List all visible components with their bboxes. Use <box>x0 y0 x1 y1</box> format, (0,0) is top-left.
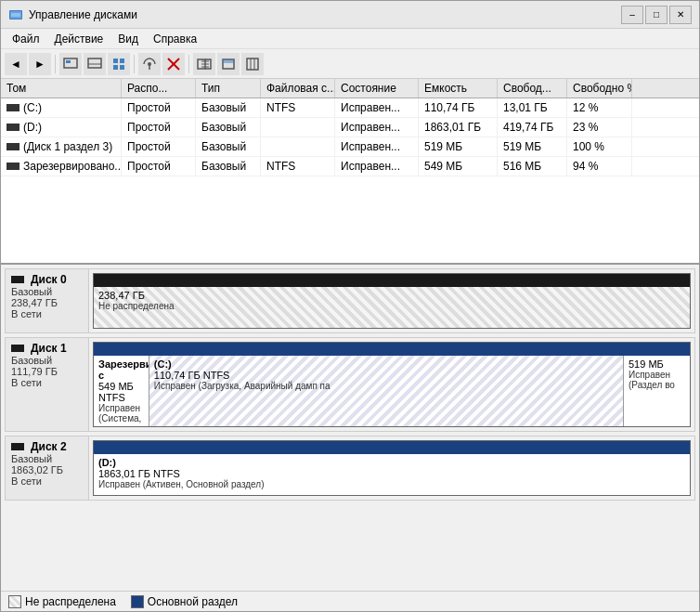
disk-label: Диск 1 Базовый 111,79 ГБ В сети <box>6 338 89 431</box>
disk-top-bar <box>94 274 690 287</box>
window-icon <box>8 7 23 22</box>
disk-top-bar <box>94 441 690 454</box>
disk-content: Зарезервировано с549 МБ NTFSИсправен (Си… <box>93 342 691 427</box>
back-button[interactable]: ◄ <box>5 53 27 75</box>
partition-size: 549 МБ NTFS <box>98 381 144 403</box>
col-header-fs[interactable]: Файловая с... <box>261 79 335 98</box>
table-row[interactable]: (D:) Простой Базовый Исправен... 1863,01… <box>1 118 699 137</box>
toolbar-btn-8[interactable] <box>193 53 215 75</box>
toolbar-btn-3[interactable] <box>59 53 82 75</box>
toolbar-btn-10[interactable] <box>241 53 264 75</box>
svg-rect-16 <box>223 59 234 63</box>
separator-1 <box>55 55 56 73</box>
partition-status: Исправен (Активен, Основной раздел) <box>98 479 685 489</box>
cell-rasp: Простой <box>122 98 196 117</box>
main-window: Управление дисками – □ ✕ Файл Действие В… <box>0 0 700 612</box>
toolbar-btn-4[interactable] <box>84 53 106 75</box>
disk-status: В сети <box>11 308 83 319</box>
disk-icon <box>6 104 19 111</box>
partition-status: Исправен (Система, <box>98 403 144 423</box>
partition[interactable]: Зарезервировано с549 МБ NTFSИсправен (Си… <box>94 356 149 426</box>
volume-table: Том Распо... Тип Файловая с... Состояние… <box>1 79 699 265</box>
menu-help[interactable]: Справка <box>146 31 204 47</box>
cell-rasp: Простой <box>122 157 196 176</box>
col-header-rasp[interactable]: Распо... <box>122 79 196 98</box>
col-header-typ[interactable]: Тип <box>196 79 261 98</box>
maximize-button[interactable]: □ <box>645 6 668 24</box>
menu-action[interactable]: Действие <box>47 31 111 47</box>
disk-name: Диск 0 <box>11 273 83 286</box>
partitions-container: (D:)1863,01 ГБ NTFSИсправен (Активен, Ос… <box>94 454 690 495</box>
disk-content: (D:)1863,01 ГБ NTFSИсправен (Активен, Ос… <box>93 440 691 496</box>
legend-bar: Не распределена Основной раздел <box>1 591 699 611</box>
toolbar-btn-5[interactable] <box>108 53 130 75</box>
disk-row: Диск 2 Базовый 1863,02 ГБ В сети (D:)186… <box>5 436 695 501</box>
disk-type: Базовый <box>11 453 83 464</box>
forward-button[interactable]: ► <box>29 53 51 75</box>
cell-free: 519 МБ <box>498 137 567 156</box>
cell-fs: NTFS <box>261 98 335 117</box>
partitions-container: 238,47 ГБНе распределена <box>94 287 690 328</box>
disk-name: Диск 1 <box>11 342 83 355</box>
toolbar-btn-9[interactable] <box>217 53 240 75</box>
cell-typ: Базовый <box>196 157 261 176</box>
menu-bar: Файл Действие Вид Справка <box>1 29 699 49</box>
cell-state: Исправен... <box>335 157 419 176</box>
disk-size: 1863,02 ГБ <box>11 464 83 475</box>
svg-rect-5 <box>88 59 101 68</box>
disk-section: Диск 0 Базовый 238,47 ГБ В сети 238,47 Г… <box>1 265 699 591</box>
partition-status: Исправен (Раздел во <box>629 370 685 390</box>
col-header-tom[interactable]: Том <box>1 79 122 98</box>
partition[interactable]: 519 МБИсправен (Раздел во <box>624 356 690 426</box>
disk-row: Диск 1 Базовый 111,79 ГБ В сети Зарезерв… <box>5 337 695 432</box>
toolbar: ◄ ► <box>1 49 699 79</box>
partition-status: Не распределена <box>98 301 685 311</box>
col-header-state[interactable]: Состояние <box>335 79 419 98</box>
partition-name: Зарезервировано с <box>98 358 144 381</box>
cell-rasp: Простой <box>122 118 196 137</box>
partition-size: 110,74 ГБ NTFS <box>154 370 618 381</box>
disk-status: В сети <box>11 475 83 487</box>
cell-typ: Базовый <box>196 118 261 137</box>
col-header-freepct[interactable]: Свободно % <box>567 79 632 98</box>
cell-cap: 549 МБ <box>419 157 498 176</box>
menu-view[interactable]: Вид <box>110 31 146 47</box>
disk-icon-small <box>11 443 24 450</box>
col-header-free[interactable]: Свобод... <box>498 79 567 98</box>
cell-pct: 12 % <box>567 98 632 117</box>
table-row[interactable]: Зарезервировано... Простой Базовый NTFS … <box>1 157 699 176</box>
connect-button[interactable] <box>138 53 161 75</box>
legend-primary-label: Основной раздел <box>148 595 238 608</box>
menu-file[interactable]: Файл <box>5 31 47 47</box>
cell-state: Исправен... <box>335 118 419 137</box>
partition[interactable]: (C:)110,74 ГБ NTFSИсправен (Загрузка, Ав… <box>149 356 624 426</box>
table-header: Том Распо... Тип Файловая с... Состояние… <box>1 79 699 98</box>
partition[interactable]: (D:)1863,01 ГБ NTFSИсправен (Активен, Ос… <box>94 454 690 495</box>
cell-typ: Базовый <box>196 137 261 156</box>
table-row[interactable]: (C:) Простой Базовый NTFS Исправен... 11… <box>1 98 699 118</box>
col-header-cap[interactable]: Емкость <box>419 79 498 98</box>
partition-name: (D:) <box>98 457 685 468</box>
cell-tom: (C:) <box>1 98 122 117</box>
svg-rect-7 <box>113 59 118 63</box>
cell-cap: 519 МБ <box>419 137 498 156</box>
disk-icon <box>6 143 19 150</box>
window-title: Управление дисками <box>29 8 621 21</box>
partition-status: Исправен (Загрузка, Аварийный дамп па <box>154 381 618 391</box>
partitions-container: Зарезервировано с549 МБ NTFSИсправен (Си… <box>94 356 690 426</box>
disk-icon <box>6 163 19 170</box>
partition-size: 238,47 ГБ <box>98 290 685 301</box>
partition[interactable]: 238,47 ГБНе распределена <box>94 287 690 328</box>
cell-tom: (Диск 1 раздел 3) <box>1 137 122 156</box>
close-button[interactable]: ✕ <box>669 6 692 24</box>
disk-label: Диск 2 Базовый 1863,02 ГБ В сети <box>6 436 89 500</box>
cell-typ: Базовый <box>196 98 261 117</box>
partition-size: 519 МБ <box>629 358 685 370</box>
disk-icon <box>6 124 19 131</box>
table-row[interactable]: (Диск 1 раздел 3) Простой Базовый Исправ… <box>1 137 699 157</box>
disk-icon-small <box>11 345 24 352</box>
delete-button[interactable] <box>162 53 185 75</box>
content-area: Том Распо... Тип Файловая с... Состояние… <box>1 79 699 611</box>
minimize-button[interactable]: – <box>621 6 643 24</box>
legend-unallocated: Не распределена <box>8 595 116 608</box>
